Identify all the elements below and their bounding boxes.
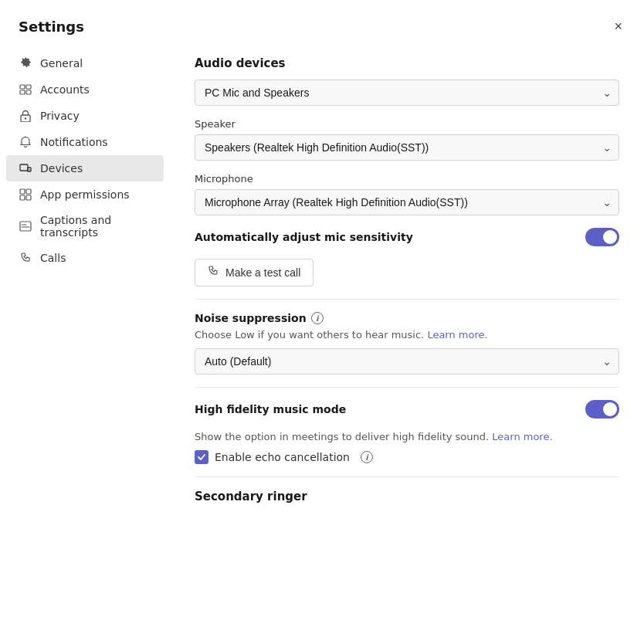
noise-description: Choose Low if you want others to hear mu… <box>195 329 619 341</box>
high-fidelity-row: High fidelity music mode <box>195 400 619 419</box>
speaker-label: Speaker <box>195 118 619 130</box>
lock-icon <box>19 109 32 123</box>
sidebar-label-accounts: Accounts <box>40 83 90 96</box>
captions-icon <box>19 219 32 233</box>
sidebar-item-general[interactable]: General <box>6 50 164 76</box>
dialog-header: Settings × <box>0 0 644 44</box>
sidebar-item-privacy[interactable]: Privacy <box>6 103 164 129</box>
auto-adjust-toggle-track <box>585 228 619 246</box>
audio-devices-select[interactable]: PC Mic and Speakers <box>195 80 619 106</box>
divider-2 <box>195 387 619 388</box>
hifi-learn-more-link[interactable]: Learn more. <box>492 431 552 442</box>
svg-rect-11 <box>26 195 31 200</box>
test-call-button[interactable]: Make a test call <box>195 259 314 286</box>
echo-cancellation-label: Enable echo cancellation <box>215 451 350 463</box>
svg-rect-9 <box>26 189 31 194</box>
sidebar-label-notifications: Notifications <box>40 136 108 148</box>
sidebar-item-devices[interactable]: Devices <box>6 155 164 181</box>
svg-rect-12 <box>20 222 31 231</box>
svg-rect-8 <box>20 189 25 194</box>
microphone-label: Microphone <box>195 173 619 185</box>
speaker-select[interactable]: Speakers (Realtek High Definition Audio(… <box>195 134 619 161</box>
noise-suppression-title: Noise suppression <box>195 312 307 324</box>
sidebar-label-general: General <box>40 57 83 69</box>
app-permissions-icon <box>19 188 32 202</box>
sidebar-label-privacy: Privacy <box>40 110 80 122</box>
high-fidelity-label: High fidelity music mode <box>195 403 346 415</box>
svg-rect-0 <box>20 85 25 89</box>
audio-devices-title: Audio devices <box>195 56 619 70</box>
speaker-section: Speaker Speakers (Realtek High Definitio… <box>195 118 619 161</box>
auto-adjust-row: Automatically adjust mic sensitivity <box>195 228 619 246</box>
svg-point-5 <box>25 117 26 119</box>
sidebar-item-accounts[interactable]: Accounts <box>6 76 164 103</box>
divider-1 <box>195 299 619 300</box>
noise-suppression-section: Noise suppression i Choose Low if you wa… <box>195 312 619 375</box>
sidebar-label-calls: Calls <box>40 252 66 264</box>
svg-rect-1 <box>26 85 31 89</box>
audio-devices-section: Audio devices PC Mic and Speakers ⌄ <box>195 56 619 106</box>
sidebar: General Accounts <box>0 44 170 644</box>
devices-icon <box>19 161 32 175</box>
noise-learn-more-link[interactable]: Learn more. <box>427 329 487 341</box>
high-fidelity-toggle[interactable] <box>585 400 619 419</box>
audio-devices-dropdown-wrapper: PC Mic and Speakers ⌄ <box>195 80 619 106</box>
settings-dialog: Settings × General <box>0 0 644 644</box>
high-fidelity-section: High fidelity music mode Show the option… <box>195 400 619 464</box>
echo-info-icon[interactable]: i <box>361 451 373 463</box>
phone-call-icon <box>208 266 219 280</box>
sidebar-item-captions[interactable]: Captions and transcripts <box>6 208 164 245</box>
test-call-label: Make a test call <box>225 266 300 279</box>
high-fidelity-toggle-thumb <box>603 402 617 416</box>
sidebar-item-calls[interactable]: Calls <box>6 245 164 271</box>
phone-icon <box>19 251 32 265</box>
noise-suppression-select[interactable]: Auto (Default) <box>195 348 619 375</box>
sidebar-item-notifications[interactable]: Notifications <box>6 129 164 155</box>
secondary-ringer-title: Secondary ringer <box>195 490 619 503</box>
accounts-icon <box>19 83 32 97</box>
noise-suppression-header: Noise suppression i <box>195 312 619 324</box>
dialog-title: Settings <box>19 19 84 35</box>
svg-rect-6 <box>20 164 28 171</box>
high-fidelity-description: Show the option in meetings to deliver h… <box>195 431 619 442</box>
secondary-ringer-section: Secondary ringer <box>195 490 619 503</box>
noise-suppression-dropdown-wrapper: Auto (Default) ⌄ <box>195 348 619 375</box>
sidebar-label-captions: Captions and transcripts <box>40 214 151 239</box>
svg-rect-10 <box>20 195 25 200</box>
speaker-dropdown-wrapper: Speakers (Realtek High Definition Audio(… <box>195 134 619 161</box>
auto-adjust-toggle-thumb <box>603 230 617 244</box>
microphone-dropdown-wrapper: Microphone Array (Realtek High Definitio… <box>195 189 619 215</box>
bell-icon <box>19 135 32 149</box>
sidebar-label-devices: Devices <box>40 162 83 175</box>
main-content: Audio devices PC Mic and Speakers ⌄ Spea… <box>170 44 644 644</box>
microphone-select[interactable]: Microphone Array (Realtek High Definitio… <box>195 189 619 215</box>
noise-info-icon[interactable]: i <box>311 312 324 324</box>
echo-cancellation-row: Enable echo cancellation i <box>195 450 619 464</box>
auto-adjust-label: Automatically adjust mic sensitivity <box>195 231 413 243</box>
svg-rect-2 <box>20 90 25 94</box>
svg-point-7 <box>29 169 30 170</box>
sidebar-item-app-permissions[interactable]: App permissions <box>6 181 164 208</box>
high-fidelity-toggle-track <box>585 400 619 419</box>
svg-rect-3 <box>26 90 31 94</box>
gear-icon <box>19 56 32 70</box>
sidebar-label-app-permissions: App permissions <box>40 188 130 201</box>
divider-3 <box>195 476 619 477</box>
close-button[interactable]: × <box>611 15 625 38</box>
dialog-body: General Accounts <box>0 44 644 644</box>
auto-adjust-toggle[interactable] <box>585 228 619 246</box>
echo-cancellation-checkbox[interactable] <box>195 450 208 464</box>
microphone-section: Microphone Microphone Array (Realtek Hig… <box>195 173 619 215</box>
